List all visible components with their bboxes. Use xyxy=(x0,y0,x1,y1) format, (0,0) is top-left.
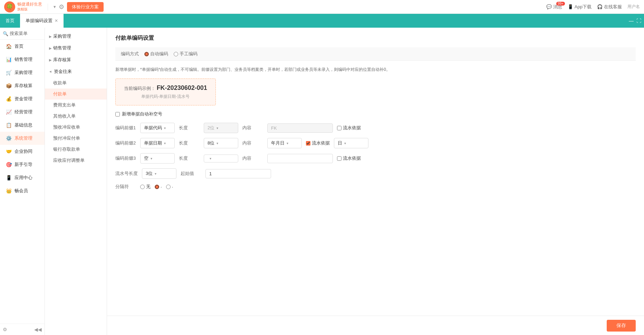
separator-row: 分隔符 无 · · xyxy=(115,184,636,190)
prefix3-length-select[interactable]: ▾ xyxy=(204,155,238,162)
prefix1-content-input[interactable] xyxy=(267,123,333,133)
phone-icon: 📱 xyxy=(568,4,573,9)
prefix2-serial-checkbox[interactable] xyxy=(306,141,310,146)
prefix2-content-select[interactable]: 年月日 ▾ xyxy=(267,138,302,148)
sidebar-item-home[interactable]: 🏠 首页 xyxy=(0,40,45,53)
sidebar-item-member[interactable]: 👑 畅会员 xyxy=(0,184,45,197)
prefix3-serial-checkbox[interactable] xyxy=(337,156,342,161)
nav-group-capital: ▼ 资金往来 收款单 付款单 费用支出单 其他收入单 预收冲应收单 预付冲应付单… xyxy=(45,66,107,166)
dropdown-arrow-icon: ▾ xyxy=(151,157,152,160)
maximize-icon[interactable]: ⛶ xyxy=(636,18,641,24)
left-nav: ▶ 采购管理 ▶ 销售管理 ▶ 库存核算 ▼ 资金往来 xyxy=(45,28,107,335)
nav-group-inventory: ▶ 库存核算 xyxy=(45,54,107,66)
prefix2-row: 编码前缀2 单据日期 ▾ 长度 8位 ▾ 内容 年月日 ▾ xyxy=(115,138,636,148)
cooperation-icon: 🤝 xyxy=(6,148,12,155)
headset-icon: 🎧 xyxy=(597,4,603,9)
start-value-label: 起始值 xyxy=(181,170,201,177)
prefix2-length-select[interactable]: 8位 ▾ xyxy=(204,138,238,148)
nav-leaf-bank[interactable]: 银行存取款单 xyxy=(45,144,107,155)
sidebar-item-cooperation[interactable]: 🤝 企业协同 xyxy=(0,145,45,158)
start-value-input[interactable] xyxy=(205,169,271,178)
trial-btn[interactable]: 体验行业方案 xyxy=(67,2,104,12)
topbar-left: 🍀 畅捷通好生意 旗舰版 ▾ ⚙ 体验行业方案 xyxy=(4,1,104,12)
sidebar-item-operations[interactable]: 📈 经营管理 xyxy=(0,105,45,119)
separator-none-radio[interactable]: 无 xyxy=(140,184,151,190)
serial-length-label: 流水号长度 xyxy=(115,170,138,177)
prefix1-select[interactable]: 单据代码 ▾ xyxy=(140,123,175,133)
nav-leaf-prepayment-recv[interactable]: 预收冲应收单 xyxy=(45,122,107,133)
arrow-down-icon: ▼ xyxy=(49,70,52,73)
page-title: 付款单编码设置 xyxy=(115,35,636,42)
nav-leaf-prepayment-pay[interactable]: 预付冲应付单 xyxy=(45,133,107,144)
member-icon: 👑 xyxy=(6,188,12,194)
nav-leaf-receipt[interactable]: 收款单 xyxy=(45,77,107,89)
prefix2-label: 编码前缀2 xyxy=(115,140,136,146)
nav-leaf-payment[interactable]: 付款单 xyxy=(45,89,107,100)
sidebar-item-sales[interactable]: 📊 销售管理 xyxy=(0,53,45,66)
tab-home[interactable]: 首页 xyxy=(0,14,20,28)
topbar-right: 💬 消息 99+ 📱 App下载 🎧 在线客服 用户名 xyxy=(546,4,640,10)
dropdown-placeholder[interactable]: ▾ xyxy=(54,4,56,9)
prefix1-label: 编码前缀1 xyxy=(115,125,136,131)
app-icon: 📱 xyxy=(6,175,12,181)
encoding-method-row: 编码方式 自动编码 手工编码 xyxy=(115,47,636,61)
dropdown-arrow-icon: ▾ xyxy=(155,172,156,176)
prefix1-serial-check[interactable]: 流水依据 xyxy=(337,125,361,131)
prefix1-length-select[interactable]: 2位 ▾ xyxy=(204,123,238,133)
sidebar-item-finance[interactable]: 💰 资金管理 xyxy=(0,92,45,105)
prefix1-serial-checkbox[interactable] xyxy=(337,126,342,130)
user-menu[interactable]: 用户名 xyxy=(627,4,640,10)
newbie-icon: 🎯 xyxy=(6,161,12,168)
nav-group-capital-header[interactable]: ▼ 资金往来 xyxy=(45,66,107,77)
collapse-icon[interactable]: ◀◀ xyxy=(34,327,42,332)
app-download-btn[interactable]: 📱 App下载 xyxy=(568,4,592,10)
nav-group-purchase-header[interactable]: ▶ 采购管理 xyxy=(45,30,107,42)
message-icon: 💬 xyxy=(546,4,552,9)
message-btn[interactable]: 💬 消息 99+ xyxy=(546,4,562,10)
bottom-bar: 保存 xyxy=(107,316,644,335)
nav-leaf-income[interactable]: 其他收入单 xyxy=(45,111,107,122)
minimize-icon[interactable]: — xyxy=(629,18,634,24)
arrow-icon: ▶ xyxy=(49,35,52,38)
separator-dot-radio[interactable]: · xyxy=(155,184,162,189)
tab-close-icon[interactable]: ✕ xyxy=(55,18,58,23)
topbar: 🍀 畅捷通好生意 旗舰版 ▾ ⚙ 体验行业方案 💬 消息 99+ 📱 App下载… xyxy=(0,0,644,14)
dropdown-arrow-icon: ▾ xyxy=(164,126,166,130)
dropdown-arrow-icon: ▾ xyxy=(217,126,218,130)
prefix2-serial-period-select[interactable]: 日 ▾ xyxy=(334,138,368,148)
prefix2-select[interactable]: 单据日期 ▾ xyxy=(140,138,175,148)
prefix3-content-input[interactable] xyxy=(267,154,333,163)
save-button[interactable]: 保存 xyxy=(607,320,636,332)
prefix3-select[interactable]: 空 ▾ xyxy=(140,153,175,164)
separator-dash-radio[interactable]: · xyxy=(166,184,173,189)
auto-fill-checkbox[interactable] xyxy=(115,112,120,117)
settings-icon[interactable]: ⚙ xyxy=(59,3,64,11)
tab-encoding-settings[interactable]: 单据编码设置 ✕ xyxy=(20,14,64,28)
nav-group-sales: ▶ 销售管理 xyxy=(45,42,107,54)
auto-encoding-radio[interactable]: 自动编码 xyxy=(144,51,168,57)
prefix3-serial-check[interactable]: 流水依据 xyxy=(337,155,361,161)
manual-encoding-radio[interactable]: 手工编码 xyxy=(174,51,198,57)
sidebar-item-system[interactable]: ⚙️ 系统管理 xyxy=(0,132,45,145)
sidebar-item-app[interactable]: 📱 应用中心 xyxy=(0,171,45,184)
prefix3-label: 编码前缀3 xyxy=(115,155,136,161)
purchase-icon: 🛒 xyxy=(6,69,12,76)
serial-length-row: 流水号长度 3位 ▾ 起始值 xyxy=(115,168,636,179)
sidebar-item-newbie[interactable]: 🎯 新手引导 xyxy=(0,158,45,171)
nav-group-sales-header[interactable]: ▶ 销售管理 xyxy=(45,42,107,54)
prefix2-length-label: 长度 xyxy=(179,140,200,146)
search-menu-btn[interactable]: 🔍 搜索菜单 xyxy=(0,28,45,40)
code-preview-value: FK-20230602-001 xyxy=(157,84,207,91)
nav-leaf-expense[interactable]: 费用支出单 xyxy=(45,100,107,111)
logo-text: 畅捷通好生意 旗舰版 xyxy=(17,2,42,11)
service-btn[interactable]: 🎧 在线客服 xyxy=(597,4,622,10)
prefix2-serial-check[interactable]: 流水依据 xyxy=(306,140,330,146)
sidebar-item-inventory[interactable]: 📦 库存核算 xyxy=(0,79,45,92)
sidebar-item-purchase[interactable]: 🛒 采购管理 xyxy=(0,66,45,79)
settings-bottom-icon[interactable]: ⚙ xyxy=(3,327,7,332)
nav-group-inventory-header[interactable]: ▶ 库存核算 xyxy=(45,54,107,66)
serial-length-select[interactable]: 3位 ▾ xyxy=(142,168,176,179)
sidebar-item-basic-info[interactable]: 📋 基础信息 xyxy=(0,119,45,132)
dropdown-arrow-icon: ▾ xyxy=(217,141,218,145)
nav-leaf-adjust[interactable]: 应收应付调整单 xyxy=(45,155,107,166)
